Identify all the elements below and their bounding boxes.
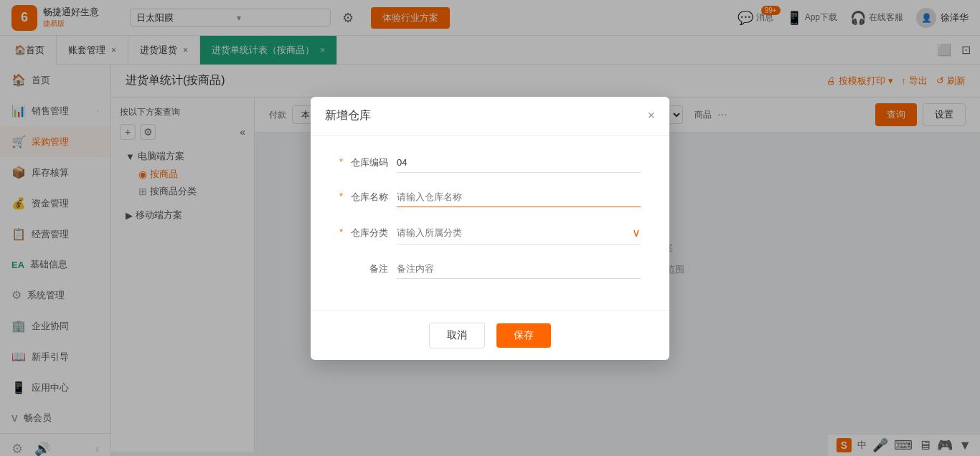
modal-header: 新增仓库 × <box>311 97 669 136</box>
modal-body: 仓库编码 仓库名称 仓库分类 ∨ 备注 <box>311 136 669 310</box>
form-row-name: 仓库名称 <box>339 187 641 207</box>
remark-input[interactable] <box>397 259 641 279</box>
modal-close-btn[interactable]: × <box>647 109 655 122</box>
category-select-input[interactable] <box>397 227 632 238</box>
form-row-remark: 备注 <box>339 259 641 279</box>
cancel-btn[interactable]: 取消 <box>429 323 485 348</box>
code-label: 仓库编码 <box>339 156 397 169</box>
modal-title: 新增仓库 <box>325 108 371 123</box>
modal-add-warehouse: 新增仓库 × 仓库编码 仓库名称 仓库分类 ∨ <box>311 97 669 360</box>
form-row-code: 仓库编码 <box>339 153 641 173</box>
modal-backdrop: 新增仓库 × 仓库编码 仓库名称 仓库分类 ∨ <box>0 0 980 456</box>
category-select-wrapper[interactable]: ∨ <box>397 222 641 244</box>
modal-footer: 取消 保存 <box>311 310 669 360</box>
category-label: 仓库分类 <box>339 227 397 239</box>
name-label: 仓库名称 <box>339 191 397 204</box>
remark-label: 备注 <box>339 262 397 275</box>
name-input[interactable] <box>397 187 641 207</box>
category-dropdown-icon: ∨ <box>632 226 641 239</box>
code-input[interactable] <box>397 153 641 173</box>
save-btn[interactable]: 保存 <box>496 323 551 348</box>
form-row-category: 仓库分类 ∨ <box>339 222 641 244</box>
